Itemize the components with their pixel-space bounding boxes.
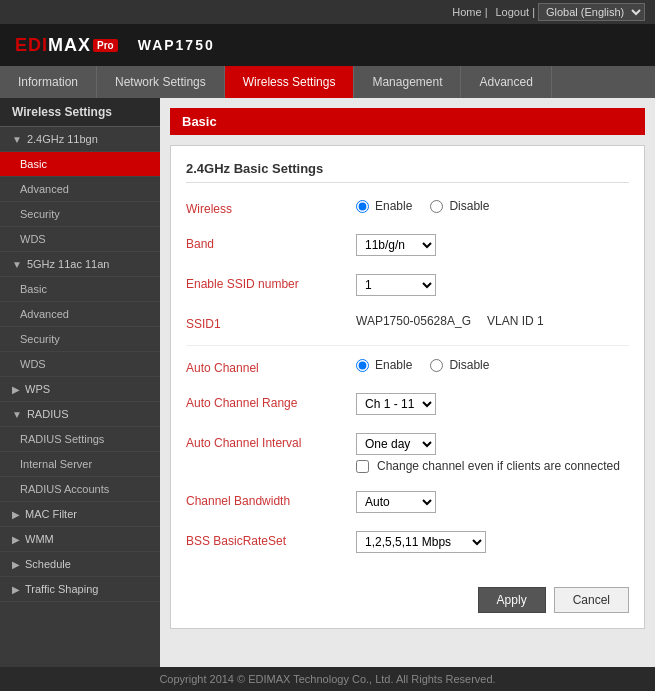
chevron-right-icon-wmm: ▶ — [12, 534, 20, 545]
sidebar-item-radius-settings[interactable]: RADIUS Settings — [0, 427, 160, 452]
sidebar-item-schedule[interactable]: ▶ Schedule — [0, 552, 160, 577]
sidebar-title-text: Wireless Settings — [12, 105, 112, 119]
bss-basicrateset-label: BSS BasicRateSet — [186, 531, 356, 548]
enable-ssid-label: Enable SSID number — [186, 274, 356, 291]
chevron-right-icon-traffic: ▶ — [12, 584, 20, 595]
auto-channel-disable-radio[interactable] — [430, 359, 443, 372]
nav-information[interactable]: Information — [0, 66, 97, 98]
auto-channel-range-value: Ch 1 - 11 Ch 1 - 13 — [356, 393, 436, 415]
chevron-down-icon: ▼ — [12, 134, 22, 145]
wireless-value: Enable Disable — [356, 199, 499, 213]
wireless-enable-label[interactable]: Enable — [356, 199, 412, 213]
bss-basicrateset-select[interactable]: 1,2,5,5,11 Mbps All — [356, 531, 486, 553]
home-link[interactable]: Home — [452, 6, 481, 18]
sidebar-item-radius[interactable]: ▼ RADIUS — [0, 402, 160, 427]
nav-wireless-settings[interactable]: Wireless Settings — [225, 66, 355, 98]
band-value: 11b/g/n 11b/g 11n — [356, 234, 436, 256]
sidebar-5ghz-label: 5GHz 11ac 11an — [27, 258, 110, 270]
enable-ssid-select[interactable]: 1 2 3 4 — [356, 274, 436, 296]
auto-channel-interval-select[interactable]: One day 6 hours 12 hours — [356, 433, 436, 455]
enable-ssid-row: Enable SSID number 1 2 3 4 — [186, 270, 629, 300]
sidebar-item-5basic[interactable]: Basic — [0, 277, 160, 302]
device-name: WAP1750 — [138, 37, 215, 53]
sidebar-item-5security[interactable]: Security — [0, 327, 160, 352]
sidebar: Wireless Settings ▼ 2.4GHz 11bgn Basic A… — [0, 98, 160, 667]
footer: Copyright 2014 © EDIMAX Technology Co., … — [0, 667, 655, 691]
sidebar-item-5ghz[interactable]: ▼ 5GHz 11ac 11an — [0, 252, 160, 277]
sidebar-title: Wireless Settings — [0, 98, 160, 127]
auto-channel-range-select[interactable]: Ch 1 - 11 Ch 1 - 13 — [356, 393, 436, 415]
sidebar-item-radius-accounts[interactable]: RADIUS Accounts — [0, 477, 160, 502]
apply-button[interactable]: Apply — [478, 587, 546, 613]
sidebar-item-2.4ghz[interactable]: ▼ 2.4GHz 11bgn — [0, 127, 160, 152]
logo-text: EDIMAX — [15, 35, 91, 56]
sidebar-mac-label: MAC Filter — [25, 508, 77, 520]
main-layout: Wireless Settings ▼ 2.4GHz 11bgn Basic A… — [0, 98, 655, 667]
chevron-right-icon-schedule: ▶ — [12, 559, 20, 570]
ssid1-text: WAP1750-05628A_G — [356, 314, 471, 328]
auto-channel-disable-label[interactable]: Disable — [430, 358, 489, 372]
buttons-row: Apply Cancel — [186, 577, 629, 613]
auto-channel-enable-label[interactable]: Enable — [356, 358, 412, 372]
sidebar-wps-label: WPS — [25, 383, 50, 395]
auto-channel-range-label: Auto Channel Range — [186, 393, 356, 410]
sidebar-2.4ghz-label: 2.4GHz 11bgn — [27, 133, 98, 145]
language-select[interactable]: Global (English) — [538, 3, 645, 21]
auto-channel-range-row: Auto Channel Range Ch 1 - 11 Ch 1 - 13 — [186, 389, 629, 419]
sidebar-item-5advanced[interactable]: Advanced — [0, 302, 160, 327]
nav-management[interactable]: Management — [354, 66, 461, 98]
sidebar-radius-label: RADIUS — [27, 408, 69, 420]
sep2: | — [532, 6, 535, 18]
sidebar-item-wps[interactable]: ▶ WPS — [0, 377, 160, 402]
sidebar-item-security[interactable]: Security — [0, 202, 160, 227]
chevron-down-icon-5ghz: ▼ — [12, 259, 22, 270]
auto-channel-label: Auto Channel — [186, 358, 356, 375]
cancel-button[interactable]: Cancel — [554, 587, 629, 613]
channel-bandwidth-label: Channel Bandwidth — [186, 491, 356, 508]
content-title: Basic — [170, 108, 645, 135]
wireless-enable-radio[interactable] — [356, 200, 369, 213]
sep1: | — [485, 6, 488, 18]
sidebar-item-basic[interactable]: Basic — [0, 152, 160, 177]
wireless-label: Wireless — [186, 199, 356, 216]
ssid1-value: WAP1750-05628A_G VLAN ID 1 — [356, 314, 544, 328]
footer-text: Copyright 2014 © EDIMAX Technology Co., … — [159, 673, 495, 685]
change-channel-checkbox[interactable] — [356, 460, 369, 473]
sidebar-item-mac-filter[interactable]: ▶ MAC Filter — [0, 502, 160, 527]
chevron-right-icon-wps: ▶ — [12, 384, 20, 395]
top-bar: Home | Logout | Global (English) — [0, 0, 655, 24]
chevron-right-icon-mac: ▶ — [12, 509, 20, 520]
sidebar-item-advanced[interactable]: Advanced — [0, 177, 160, 202]
channel-bandwidth-value: Auto 20MHz 40MHz — [356, 491, 436, 513]
band-row: Band 11b/g/n 11b/g 11n — [186, 230, 629, 260]
ssid1-row: SSID1 WAP1750-05628A_G VLAN ID 1 — [186, 310, 629, 335]
enable-ssid-value: 1 2 3 4 — [356, 274, 436, 296]
ssid1-label: SSID1 — [186, 314, 356, 331]
sidebar-item-internal-server[interactable]: Internal Server — [0, 452, 160, 477]
band-label: Band — [186, 234, 356, 251]
nav-network-settings[interactable]: Network Settings — [97, 66, 225, 98]
nav-advanced[interactable]: Advanced — [461, 66, 551, 98]
band-select[interactable]: 11b/g/n 11b/g 11n — [356, 234, 436, 256]
sidebar-item-traffic-shaping[interactable]: ▶ Traffic Shaping — [0, 577, 160, 602]
auto-channel-enable-radio[interactable] — [356, 359, 369, 372]
auto-channel-interval-label: Auto Channel Interval — [186, 433, 356, 450]
chevron-down-icon-radius: ▼ — [12, 409, 22, 420]
sidebar-item-5wds[interactable]: WDS — [0, 352, 160, 377]
sidebar-item-wmm[interactable]: ▶ WMM — [0, 527, 160, 552]
auto-channel-interval-row: Auto Channel Interval One day 6 hours 12… — [186, 429, 629, 477]
change-channel-label: Change channel even if clients are conne… — [377, 459, 620, 473]
channel-bandwidth-select[interactable]: Auto 20MHz 40MHz — [356, 491, 436, 513]
logo: EDIMAX Pro — [15, 35, 118, 56]
wireless-row: Wireless Enable Disable — [186, 195, 629, 220]
sidebar-wmm-label: WMM — [25, 533, 54, 545]
bss-basicrateset-value: 1,2,5,5,11 Mbps All — [356, 531, 486, 553]
logout-link[interactable]: Logout — [495, 6, 529, 18]
settings-box-title: 2.4GHz Basic Settings — [186, 161, 629, 183]
wireless-disable-radio[interactable] — [430, 200, 443, 213]
sidebar-item-wds[interactable]: WDS — [0, 227, 160, 252]
auto-channel-row: Auto Channel Enable Disable — [186, 354, 629, 379]
wireless-disable-label[interactable]: Disable — [430, 199, 489, 213]
sidebar-traffic-label: Traffic Shaping — [25, 583, 98, 595]
bss-basicrateset-row: BSS BasicRateSet 1,2,5,5,11 Mbps All — [186, 527, 629, 557]
